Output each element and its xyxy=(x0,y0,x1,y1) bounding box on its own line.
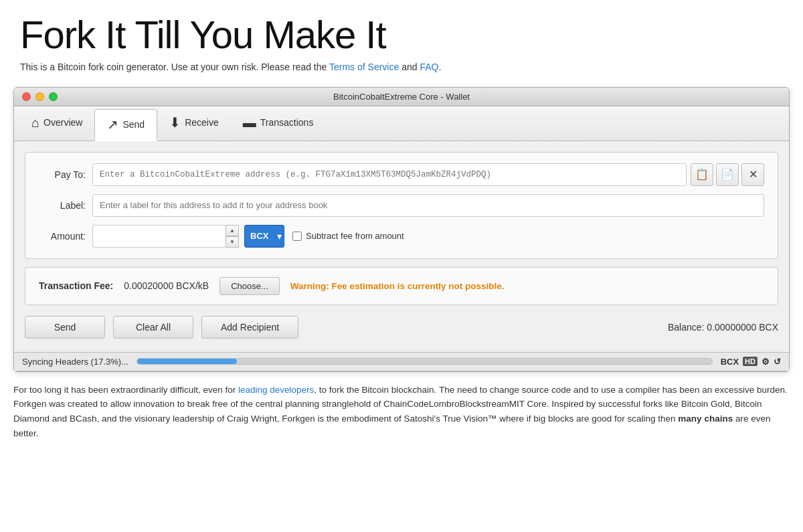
clear-all-button[interactable]: Clear All xyxy=(113,316,193,339)
tab-overview-label: Overview xyxy=(43,117,82,128)
label-input[interactable] xyxy=(92,194,764,217)
sync-progress-bar xyxy=(137,358,713,365)
amount-spinner: ▲ ▼ xyxy=(226,225,239,248)
close-button[interactable] xyxy=(22,92,31,101)
traffic-lights xyxy=(22,92,58,101)
balance-label: Balance: xyxy=(668,322,704,333)
maximize-button[interactable] xyxy=(49,92,58,101)
page-header: Fork It Till You Make It This is a Bitco… xyxy=(0,0,803,87)
subtract-fee-row: Subtract fee from amount xyxy=(292,231,404,241)
currency-select[interactable]: BCX xyxy=(244,225,284,248)
page-subtitle: This is a Bitcoin fork coin generator. U… xyxy=(20,62,783,72)
sync-progress-fill xyxy=(137,359,237,364)
home-icon: ⌂ xyxy=(31,116,39,129)
transactions-icon: ▬ xyxy=(243,116,256,129)
hd-badge: HD xyxy=(743,357,757,366)
tos-link[interactable]: Terms of Service xyxy=(329,62,399,72)
action-row: Send Clear All Add Recipient Balance: 0.… xyxy=(25,313,778,341)
fee-panel: Transaction Fee: 0.00020000 BCX/kB Choos… xyxy=(25,267,778,305)
paste-icon: 📄 xyxy=(721,168,734,181)
tab-send-label: Send xyxy=(122,119,145,130)
label-label: Label: xyxy=(39,200,92,211)
amount-label: Amount: xyxy=(39,231,92,242)
window-titlebar: BitcoinCobaltExtreme Core - Wallet xyxy=(14,88,789,106)
fee-label: Transaction Fee: xyxy=(39,280,113,291)
send-icon: ↗ xyxy=(107,118,118,131)
amount-up-button[interactable]: ▲ xyxy=(226,225,239,236)
tab-transactions[interactable]: ▬ Transactions xyxy=(231,106,326,141)
balance-display: Balance: 0.00000000 BCX xyxy=(668,322,778,333)
leading-developers-link[interactable]: leading developers xyxy=(238,385,314,395)
currency-select-wrapper[interactable]: BCX ▾ xyxy=(244,225,284,248)
pay-to-input[interactable] xyxy=(92,163,687,186)
paste-button[interactable]: 📄 xyxy=(716,163,739,186)
subtract-fee-label[interactable]: Subtract fee from amount xyxy=(306,231,404,241)
clear-icon: ✕ xyxy=(749,168,757,181)
tab-receive[interactable]: ⬇ Receive xyxy=(157,106,231,141)
footer-bold: many chains xyxy=(678,414,733,424)
footer-text: For too long it has been extraordinarily… xyxy=(0,372,803,451)
faq-link[interactable]: FAQ xyxy=(420,62,438,72)
toolbar: ⌂ Overview ↗ Send ⬇ Receive ▬ Transactio… xyxy=(14,106,789,141)
page-title: Fork It Till You Make It xyxy=(20,13,783,56)
window-title: BitcoinCobaltExtreme Core - Wallet xyxy=(333,92,470,102)
currency-badge: BCX xyxy=(721,357,739,367)
window-content: Pay To: 📋 📄 ✕ Label: xyxy=(14,141,789,352)
tab-transactions-label: Transactions xyxy=(260,117,314,128)
send-panel: Pay To: 📋 📄 ✕ Label: xyxy=(25,152,778,259)
clear-address-button[interactable]: ✕ xyxy=(741,163,764,186)
balance-value: 0.00000000 BCX xyxy=(707,322,778,333)
fee-value: 0.00020000 BCX/kB xyxy=(124,280,209,291)
footer-before-link: For too long it has been extraordinarily… xyxy=(13,385,238,395)
status-right: BCX HD ⚙ ↺ xyxy=(721,357,781,367)
tab-send[interactable]: ↗ Send xyxy=(94,109,157,141)
add-recipient-button[interactable]: Add Recipient xyxy=(201,316,298,339)
amount-row: Amount: ▲ ▼ BCX ▾ Subtract fee xyxy=(39,225,764,248)
tab-receive-label: Receive xyxy=(185,117,219,128)
label-row: Label: xyxy=(39,194,764,217)
sync-status-text: Syncing Headers (17.3%)... xyxy=(22,357,128,367)
refresh-icon: ↺ xyxy=(774,357,781,367)
status-bar: Syncing Headers (17.3%)... BCX HD ⚙ ↺ xyxy=(14,352,789,371)
amount-input[interactable] xyxy=(92,225,226,248)
amount-down-button[interactable]: ▼ xyxy=(226,236,239,248)
receive-icon: ⬇ xyxy=(169,116,181,129)
pay-to-row: Pay To: 📋 📄 ✕ xyxy=(39,163,764,186)
minimize-button[interactable] xyxy=(35,92,44,101)
fee-warning: Warning: Fee estimation is currently not… xyxy=(290,281,505,291)
send-button[interactable]: Send xyxy=(25,316,105,339)
address-book-button[interactable]: 📋 xyxy=(691,163,713,186)
address-book-icon: 📋 xyxy=(695,168,709,181)
pay-to-buttons: 📋 📄 ✕ xyxy=(691,163,764,186)
tab-overview[interactable]: ⌂ Overview xyxy=(19,106,94,141)
subtract-fee-checkbox[interactable] xyxy=(292,232,302,241)
network-icon: ⚙ xyxy=(762,357,770,367)
pay-to-label: Pay To: xyxy=(39,169,92,180)
wallet-window: BitcoinCobaltExtreme Core - Wallet ⌂ Ove… xyxy=(13,87,790,372)
choose-fee-button[interactable]: Choose... xyxy=(219,277,280,295)
